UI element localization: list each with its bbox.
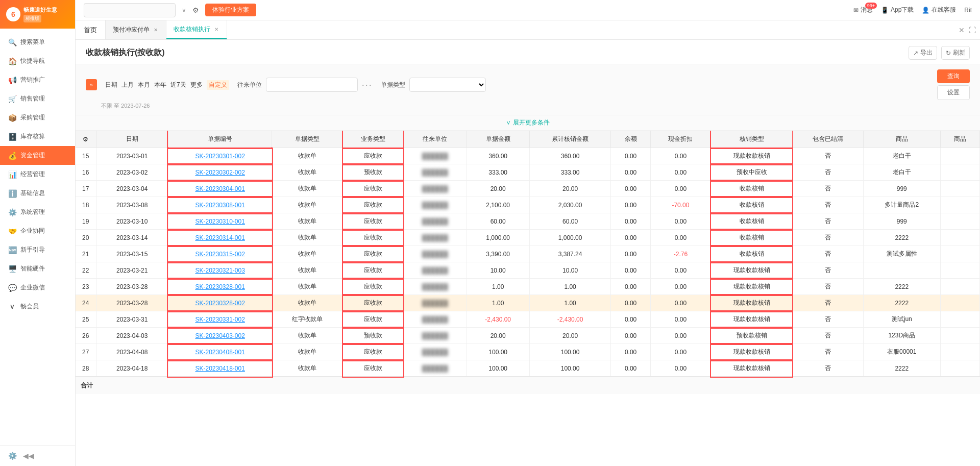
tab-home[interactable]: 首页 xyxy=(76,20,106,39)
table-row[interactable]: 202023-03-14SK-20230314-001收款单应收款██████1… xyxy=(76,230,980,246)
table-cell[interactable]: SK-20230418-001 xyxy=(168,360,272,377)
table-cell[interactable]: SK-20230321-003 xyxy=(168,262,272,279)
table-cell: ██████ xyxy=(403,279,467,295)
table-cell[interactable]: SK-20230331-002 xyxy=(168,311,272,328)
settings-bottom-icon[interactable]: ⚙️ xyxy=(8,452,17,460)
table-cell: 0.00 xyxy=(650,344,710,360)
table-row[interactable]: 242023-03-28SK-20230328-002收款单应收款██████1… xyxy=(76,295,980,311)
table-row[interactable]: 262023-04-03SK-20230403-002收款单预收款██████2… xyxy=(76,328,980,344)
table-cell: 0.00 xyxy=(611,197,650,213)
tab-prepay-close[interactable]: ✕ xyxy=(153,26,159,34)
gear-icon[interactable]: ⚙ xyxy=(83,136,88,143)
app-download-button[interactable]: 📱 App下载 xyxy=(881,6,914,14)
industry-solution-button[interactable]: 体验行业方案 xyxy=(205,4,256,16)
filter-date-this-year[interactable]: 本年 xyxy=(154,81,166,89)
tab-receipt-close[interactable]: ✕ xyxy=(213,26,219,33)
table-cell: 否 xyxy=(792,148,863,164)
table-row[interactable]: 192023-03-10SK-20230310-001收款单应收款██████6… xyxy=(76,213,980,230)
table-row[interactable]: 232023-03-28SK-20230328-001收款单应收款██████1… xyxy=(76,279,980,295)
table-cell: 2,100.00 xyxy=(467,197,529,213)
tab-maximize-icon[interactable]: ⛶ xyxy=(969,26,976,34)
sidebar-item-marketing[interactable]: 📢 营销推广 xyxy=(0,70,75,89)
sidebar-logo: 6 畅康道好生意 标推版 xyxy=(0,0,75,29)
col-gear-header[interactable]: ⚙ xyxy=(76,131,96,148)
query-button[interactable]: 查询 xyxy=(937,69,970,83)
table-cell: 0.00 xyxy=(650,164,710,181)
tab-receipt[interactable]: 收款核销执行 ✕ xyxy=(166,20,227,39)
tab-prepay[interactable]: 预付冲应付单 ✕ xyxy=(106,20,166,39)
table-cell[interactable]: SK-20230302-002 xyxy=(168,164,272,181)
table-cell: -2.76 xyxy=(650,246,710,262)
table-row[interactable]: 282023-04-18SK-20230418-001收款单应收款██████1… xyxy=(76,360,980,377)
filter-date-7days[interactable]: 近7天 xyxy=(170,81,186,89)
table-cell: 20.00 xyxy=(467,328,529,344)
table-row[interactable]: 182023-03-08SK-20230308-001收款单应收款██████2… xyxy=(76,197,980,213)
sidebar-item-search[interactable]: 🔍 搜索菜单 xyxy=(0,33,75,52)
user-profile[interactable]: Rit xyxy=(964,7,972,14)
table-cell: 收款单 xyxy=(272,279,343,295)
nav-search-input[interactable] xyxy=(84,3,176,17)
table-row[interactable]: 222023-03-21SK-20230321-003收款单应收款██████1… xyxy=(76,262,980,279)
col-goods1-header: 商品 xyxy=(864,131,941,148)
table-cell[interactable]: SK-20230310-001 xyxy=(168,213,272,230)
table-row[interactable]: 252023-03-31SK-20230331-002红字收款单应收款█████… xyxy=(76,311,980,328)
nav-arrow-icon[interactable]: ∨ xyxy=(182,7,186,14)
table-cell[interactable]: SK-20230408-001 xyxy=(168,344,272,360)
tab-close-all-icon[interactable]: ✕ xyxy=(959,26,965,34)
collapse-icon[interactable]: ◀◀ xyxy=(23,452,34,460)
sidebar-item-guide[interactable]: 🆕 新手引导 xyxy=(0,240,75,259)
filter-date-custom[interactable]: 自定义 xyxy=(207,80,229,90)
refresh-button[interactable]: ↻ 刷新 xyxy=(941,46,970,60)
table-cell: 否 xyxy=(792,213,863,230)
table-cell[interactable]: SK-20230301-002 xyxy=(168,148,272,164)
sidebar-item-basic[interactable]: ℹ️ 基础信息 xyxy=(0,184,75,203)
table-cell[interactable]: SK-20230315-002 xyxy=(168,246,272,262)
sidebar-item-sales[interactable]: 🛒 销售管理 xyxy=(0,89,75,108)
sidebar-item-member[interactable]: V 畅会员 xyxy=(0,297,75,316)
sidebar-item-operations[interactable]: 📊 经营管理 xyxy=(0,165,75,184)
table-cell: 0.00 xyxy=(611,213,650,230)
table-cell[interactable]: SK-20230328-001 xyxy=(168,279,272,295)
filter-doctype-select[interactable] xyxy=(409,78,486,92)
table-cell[interactable]: SK-20230304-001 xyxy=(168,181,272,197)
sidebar-item-system[interactable]: ⚙️ 系统管理 xyxy=(0,203,75,222)
table-cell[interactable]: SK-20230308-001 xyxy=(168,197,272,213)
table-row[interactable]: 272023-04-08SK-20230408-001收款单应收款██████1… xyxy=(76,344,980,360)
filter-partner-input[interactable] xyxy=(266,78,358,92)
sidebar-item-purchase[interactable]: 📦 采购管理 xyxy=(0,108,75,127)
message-icon: ✉ xyxy=(853,7,859,14)
table-cell: 现款收款核销 xyxy=(711,344,793,360)
table-cell: 333.00 xyxy=(467,164,529,181)
table-cell: 0.00 xyxy=(611,181,650,197)
filter-date-this-month[interactable]: 本月 xyxy=(138,81,150,89)
table-cell: 27 xyxy=(76,344,96,360)
sidebar-item-hardware[interactable]: 🖥️ 智能硬件 xyxy=(0,259,75,278)
messages-button[interactable]: ✉ 消息 99+ xyxy=(853,6,873,14)
filter-date-last-month[interactable]: 上月 xyxy=(121,81,134,89)
table-cell: 10.00 xyxy=(467,262,529,279)
table-row[interactable]: 152023-03-01SK-20230301-002收款单应收款██████3… xyxy=(76,148,980,164)
sidebar-item-quicknav[interactable]: 🏠 快捷导航 xyxy=(0,52,75,70)
table-cell: 3,387.24 xyxy=(529,246,611,262)
table-cell: ██████ xyxy=(403,197,467,213)
sidebar-item-wechat[interactable]: 💬 企业微信 xyxy=(0,278,75,297)
settings-gear-icon[interactable]: ⚙ xyxy=(192,6,199,14)
table-cell: 2023-04-18 xyxy=(96,360,168,377)
online-service-button[interactable]: 👤 在线客服 xyxy=(922,6,956,14)
sidebar-item-corp[interactable]: 🤝 企业协同 xyxy=(0,222,75,240)
filter-expand-button[interactable]: » xyxy=(86,79,97,90)
table-cell[interactable]: SK-20230314-001 xyxy=(168,230,272,246)
table-cell[interactable]: SK-20230403-002 xyxy=(168,328,272,344)
sidebar-item-finance[interactable]: 💰 资金管理 xyxy=(0,146,75,165)
table-row[interactable]: 162023-03-02SK-20230302-002收款单预收款██████3… xyxy=(76,164,980,181)
table-cell[interactable]: SK-20230328-002 xyxy=(168,295,272,311)
export-button[interactable]: ↗ 导出 xyxy=(909,46,937,60)
expand-conditions-button[interactable]: ∨ 展开更多条件 xyxy=(76,115,980,131)
filter-dots[interactable]: ··· xyxy=(362,80,373,90)
table-row[interactable]: 212023-03-15SK-20230315-002收款单应收款██████3… xyxy=(76,246,980,262)
filter-date-more[interactable]: 更多 xyxy=(190,81,203,89)
table-cell xyxy=(940,295,979,311)
sidebar-item-inventory[interactable]: 🗄️ 库存核算 xyxy=(0,127,75,146)
table-row[interactable]: 172023-03-04SK-20230304-001收款单应收款██████2… xyxy=(76,181,980,197)
filter-setting-button[interactable]: 设置 xyxy=(937,85,970,100)
